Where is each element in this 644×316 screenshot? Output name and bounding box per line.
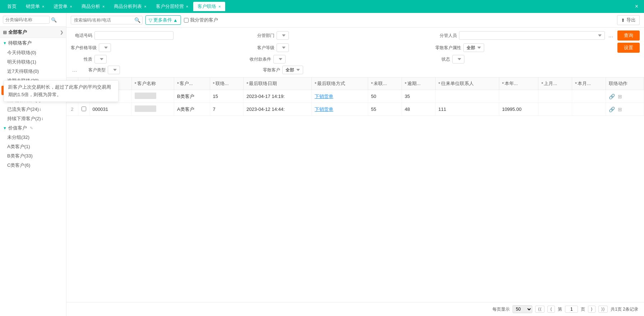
payment-select[interactable] <box>273 55 286 63</box>
price-level-field: 客户价格等级 <box>71 43 250 52</box>
dept-select[interactable] <box>277 31 289 40</box>
sidebar-group-pending-contact[interactable]: ▼ 待联络客户 <box>0 38 66 48</box>
this-year-amount <box>499 90 538 103</box>
price-level-select-wrapper <box>99 43 250 52</box>
phone-input[interactable] <box>94 31 173 40</box>
close-icon[interactable]: × <box>186 4 188 9</box>
link-action-icon[interactable]: 🔗 <box>609 107 615 112</box>
retail-customer-field: 零散客户 全部 <box>259 66 430 74</box>
col-not-contacted[interactable]: * 未联... <box>368 77 402 90</box>
col-contact[interactable]: * 联络... <box>210 77 244 90</box>
grid-action-icon[interactable]: ⊞ <box>618 107 622 112</box>
dept-field: 分管部门 <box>253 31 432 40</box>
customer-type-select-wrapper <box>108 66 256 74</box>
manager-more-icon[interactable]: ... <box>607 32 615 39</box>
close-icon[interactable]: × <box>42 4 44 9</box>
sidebar-item-churned[interactable]: 已流失客户(24) ℹ <box>0 105 66 114</box>
col-name[interactable]: * 客户名称 <box>131 77 174 90</box>
dept-select-wrapper <box>277 31 432 40</box>
sidebar-item-class-a[interactable]: A类客户(1) <box>0 142 66 151</box>
next-page-button[interactable]: ⟩ <box>588 306 596 313</box>
col-this-month[interactable]: * 本月... <box>572 77 606 90</box>
sidebar-item-declining[interactable]: 持续下滑客户(2) ℹ <box>0 114 66 123</box>
query-button[interactable]: 查询 <box>617 30 640 41</box>
row-checkbox[interactable] <box>82 107 86 111</box>
settings-button[interactable]: 设置 <box>617 43 640 53</box>
tab-customer-contact[interactable]: 客户联络 × <box>193 2 225 11</box>
col-customer-type[interactable]: * 客户... <box>174 77 210 90</box>
customer-type: A类客户 <box>174 103 210 116</box>
col-last-contact-date[interactable]: * 最后联络日期 <box>244 77 312 90</box>
col-last-contact-method[interactable]: * 最后联络方式 <box>312 77 368 90</box>
sidebar-item-today-pending[interactable]: 今天待联络(0) <box>0 48 66 57</box>
all-customers-header[interactable]: ⊞ 全部客户 ❯ <box>0 27 66 38</box>
not-contacted-days: 55 <box>368 103 402 116</box>
more-conditions-button[interactable]: ▽ 更多条件 ▲ <box>145 15 181 25</box>
sidebar-item-7days-pending[interactable]: 近7天待联络(0) <box>0 67 66 76</box>
price-level-select[interactable] <box>99 43 111 52</box>
export-button[interactable]: ⬆ 导出 <box>617 15 640 25</box>
close-icon[interactable]: × <box>102 4 105 9</box>
last-contact-method[interactable]: 下销货单 <box>312 103 368 116</box>
sidebar-group-value-customers[interactable]: ▼ 价值客户 ✎ <box>0 123 66 133</box>
status-field: 状态 <box>428 55 604 63</box>
status-select[interactable] <box>452 55 464 63</box>
search-input[interactable] <box>71 16 143 24</box>
tab-sales-order[interactable]: 销货单 × <box>22 2 48 11</box>
grid-action-icon[interactable]: ⊞ <box>618 94 622 99</box>
filter-row-3: 性质 收付款条件 状态 <box>71 55 640 63</box>
row-checkbox-cell[interactable] <box>78 103 89 116</box>
col-company-contact[interactable]: * 往来单位联系人 <box>435 77 499 90</box>
last-contact-method[interactable]: 下销货单 <box>312 90 368 103</box>
filter-row-1: 电话号码 分管部门 分管人员 <box>71 30 640 41</box>
customer-level-select[interactable] <box>277 43 289 52</box>
gender-select[interactable] <box>94 55 107 63</box>
first-page-button[interactable]: ⟨⟨ <box>535 306 545 313</box>
last-page-button[interactable]: ⟩⟩ <box>598 306 608 313</box>
my-customers-checkbox[interactable]: 我分管的客户 <box>184 17 218 23</box>
customer-type-select[interactable] <box>108 66 120 74</box>
search-icon[interactable]: 🔍 <box>134 17 140 23</box>
contact-count: 15 <box>210 90 244 103</box>
tab-product-analysis-list[interactable]: 商品分析列表 × <box>110 2 150 11</box>
sidebar-search-input[interactable] <box>3 16 50 24</box>
sidebar-item-class-b[interactable]: B类客户(33) <box>0 151 66 161</box>
close-all-button[interactable]: × <box>632 3 641 10</box>
sidebar-item-class-c[interactable]: C类客户(6) <box>0 161 66 170</box>
tab-home[interactable]: 首页 <box>3 2 21 11</box>
more-dots-icon[interactable]: ... <box>71 67 78 73</box>
col-this-year[interactable]: * 本年... <box>499 77 538 90</box>
tab-product-analysis[interactable]: 商品分析 × <box>77 2 109 11</box>
this-month-amount <box>572 103 606 116</box>
sidebar-item-unclassified[interactable]: 未分组(32) <box>0 133 66 142</box>
manager-select-wrapper <box>459 31 605 40</box>
close-icon[interactable]: × <box>144 4 146 9</box>
tab-purchase-order[interactable]: 进货单 × <box>49 2 76 11</box>
row-actions: 🔗 ⊞ <box>606 90 644 103</box>
filter-form: 电话号码 分管部门 分管人员 <box>66 28 644 77</box>
this-year-amount: 10995.00 <box>499 103 538 116</box>
gender-field: 性质 <box>71 55 247 63</box>
customer-level-field: 客户等级 <box>253 43 432 52</box>
tab-customer-tiering[interactable]: 客户分层经营 × <box>152 2 193 11</box>
col-actions: 联络动作 <box>606 77 644 90</box>
page-number-input[interactable] <box>565 306 578 313</box>
manager-select[interactable] <box>459 31 605 40</box>
edit-icon[interactable]: ✎ <box>30 126 33 131</box>
per-page-select[interactable]: 50 <box>513 305 532 313</box>
close-icon[interactable]: × <box>70 4 72 9</box>
link-action-icon[interactable]: 🔗 <box>609 94 615 99</box>
col-overdue[interactable]: * 逾期... <box>402 77 435 90</box>
retail-customer-select-wrapper: 全部 <box>282 66 430 74</box>
retail-attr-select[interactable]: 全部 <box>463 43 484 52</box>
close-icon[interactable]: × <box>218 4 221 9</box>
my-customers-check[interactable] <box>184 18 189 23</box>
prev-page-button[interactable]: ⟨ <box>547 306 555 313</box>
row-actions: 🔗 ⊞ <box>606 103 644 116</box>
main-layout: 🔍 ⊞ 全部客户 ❯ ▼ 待联络客户 今天待联络(0) 明天待联络(1) 近7天… <box>0 13 644 316</box>
col-last-month[interactable]: * 上月... <box>538 77 572 90</box>
company-contact <box>435 90 499 103</box>
sidebar-search-icon[interactable]: 🔍 <box>51 17 57 23</box>
sidebar-item-tomorrow-pending[interactable]: 明天待联络(1) <box>0 57 66 67</box>
retail-customer-select[interactable]: 全部 <box>282 66 303 74</box>
